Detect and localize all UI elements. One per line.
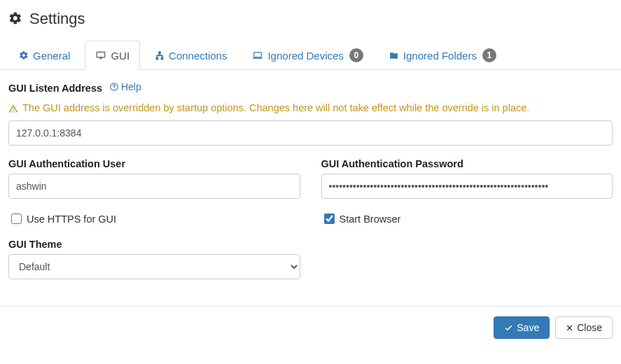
help-link[interactable]: Help	[109, 81, 141, 92]
dialog-footer: Save Close	[0, 306, 621, 349]
tab-label: GUI	[111, 50, 130, 62]
auth-user-label: GUI Authentication User	[8, 158, 125, 169]
badge-count: 1	[482, 48, 496, 62]
settings-tabs: General GUI Connections Ignored Devices …	[0, 41, 621, 70]
tab-label: Ignored Devices	[267, 50, 343, 62]
gear-icon	[8, 11, 29, 27]
auth-pass-label: GUI Authentication Password	[321, 158, 463, 169]
page-title: Settings	[29, 10, 85, 28]
folder-icon	[389, 51, 399, 60]
use-https-checkbox[interactable]	[11, 214, 22, 224]
gear-icon	[19, 50, 29, 60]
theme-label: GUI Theme	[8, 239, 62, 250]
close-label: Close	[577, 322, 602, 333]
listen-address-input[interactable]	[8, 120, 613, 146]
badge-count: 0	[349, 48, 363, 62]
warning-text: The GUI address is overridden by startup…	[22, 102, 529, 113]
svg-rect-1	[156, 57, 158, 58]
tab-connections[interactable]: Connections	[144, 41, 237, 69]
sitemap-icon	[155, 50, 165, 60]
save-label: Save	[517, 322, 539, 333]
auth-user-input[interactable]	[8, 174, 300, 199]
listen-address-label: GUI Listen Address	[8, 83, 102, 94]
save-button[interactable]: Save	[494, 316, 550, 339]
svg-rect-2	[162, 57, 163, 58]
tab-label: Connections	[169, 50, 227, 62]
tab-general[interactable]: General	[8, 41, 81, 69]
override-warning: The GUI address is overridden by startup…	[8, 102, 613, 113]
tab-label: General	[33, 50, 70, 62]
desktop-icon	[95, 50, 106, 60]
svg-rect-0	[159, 51, 160, 52]
use-https-label: Use HTTPS for GUI	[27, 214, 116, 225]
tab-ignored-devices[interactable]: Ignored Devices 0	[242, 41, 373, 69]
auth-pass-input[interactable]	[321, 174, 613, 199]
gui-panel: GUI Listen Address Help The GUI address …	[0, 70, 621, 306]
start-browser-checkbox[interactable]	[324, 214, 335, 224]
tab-gui[interactable]: GUI	[85, 41, 140, 70]
theme-select[interactable]: Default	[8, 254, 300, 279]
close-button[interactable]: Close	[555, 316, 613, 339]
laptop-icon	[252, 50, 263, 60]
start-browser-label: Start Browser	[340, 214, 401, 225]
help-label: Help	[121, 81, 141, 92]
settings-header: Settings	[0, 0, 621, 41]
svg-point-4	[113, 88, 114, 89]
tab-label: Ignored Folders	[403, 50, 477, 62]
tab-ignored-folders[interactable]: Ignored Folders 1	[378, 41, 507, 69]
